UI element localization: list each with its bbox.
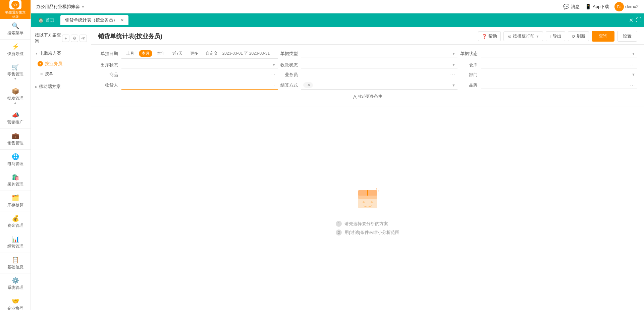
sidebar-item-enterprise-label: 企业协同 — [7, 306, 23, 310]
enterprise-icon: 🤝 — [12, 298, 19, 305]
filter-col-outbound: 出库状态 ▼ — [98, 61, 278, 68]
sidebar-item-shortcut[interactable]: ⚡ 快捷导航 — [0, 40, 31, 60]
template-print-button[interactable]: 🖨 按模板打印 ▼ — [503, 31, 543, 41]
tab-window-close-icon[interactable]: ✕ — [629, 17, 633, 23]
filter-add-btn[interactable]: ＋ — [62, 35, 69, 42]
date-tab-7days[interactable]: 近7天 — [170, 50, 185, 57]
doc-type-label: 单据类型 — [278, 51, 301, 57]
help-button[interactable]: ❓ 帮助 — [478, 31, 501, 41]
sidebar-item-enterprise[interactable]: 🤝 企业协同 — [0, 294, 31, 310]
outbound-control[interactable]: ▼ — [121, 61, 278, 68]
company-dropdown[interactable]: 办公用品行业模拟账套 ▼ — [36, 4, 85, 10]
receiver-input[interactable] — [123, 83, 271, 88]
topbar-right: 💬 消息 📱 App下载 Ea demo2 — [563, 2, 639, 11]
date-tab-this-month[interactable]: 本月 — [139, 50, 152, 57]
tip-1-num: 1 — [336, 221, 342, 227]
sidebar-item-operations[interactable]: 📊 经营管理 — [0, 232, 31, 253]
home-icon: 🏠 — [38, 18, 44, 23]
date-tab-this-year[interactable]: 本年 — [154, 50, 168, 57]
logo-icon — [9, 0, 21, 9]
filter-col-date: 单据日期 上月 本月 本年 近7天 更多 自定义 2023-03-01 至 20… — [98, 49, 278, 59]
settings-button[interactable]: 设置 — [617, 31, 637, 42]
refresh-button[interactable]: ↺ 刷新 — [568, 31, 589, 41]
export-icon: ↑ — [549, 34, 552, 39]
tab-maximize-icon[interactable]: ⛶ — [636, 17, 641, 23]
ecommerce-icon: 🌐 — [12, 153, 19, 160]
message-button[interactable]: 💬 消息 — [563, 4, 580, 10]
date-tab-more[interactable]: 更多 — [187, 50, 201, 57]
salesperson-control[interactable]: ··· — [301, 71, 458, 78]
receiver-control[interactable]: ··· — [121, 81, 278, 90]
collapse-filter-button[interactable]: ⋀ 收起更多条件 — [98, 91, 637, 102]
sidebar-item-wholesale[interactable]: 📦 批发管理 ▲ — [0, 84, 31, 108]
user-menu[interactable]: Ea demo2 — [614, 2, 639, 11]
payment-method-label: 结算方式 — [278, 82, 301, 88]
query-button[interactable]: 查询 — [592, 31, 614, 42]
sidebar-item-ecommerce[interactable]: 🌐 电商管理 — [0, 150, 31, 170]
doc-status-label: 单据状态 — [458, 51, 481, 57]
date-tabs: 上月 本月 本年 近7天 更多 自定义 — [123, 50, 220, 57]
shortcut-icon: ⚡ — [12, 43, 19, 50]
sidebar-item-inventory[interactable]: 🗂️ 库存核算 — [0, 191, 31, 212]
sidebar-item-finance[interactable]: 💰 资金管理 — [0, 211, 31, 232]
tab-sales-stat[interactable]: 销货单统计表（按业务员） ✕ — [60, 15, 128, 25]
payment-method-control[interactable]: ✕ ▼ — [301, 81, 458, 90]
svg-point-1 — [14, 4, 16, 6]
wholesale-arrow: ▲ — [14, 101, 17, 104]
date-tab-custom[interactable]: 自定义 — [203, 50, 220, 57]
filter-section-mobile-header[interactable]: ▶ 移动端方案 — [31, 82, 91, 92]
tip-1-text: 请先选择要分析的方案 — [344, 221, 388, 227]
company-dropdown-arrow: ▼ — [81, 5, 85, 9]
sidebar-item-retail[interactable]: 🛒 零售管理 ▼ — [0, 60, 31, 84]
receipt-control[interactable]: ▼ — [301, 61, 458, 68]
date-control: 上月 本月 本年 近7天 更多 自定义 2023-03-01 至 2023-03… — [121, 49, 278, 59]
receiver-dots: ··· — [271, 83, 276, 87]
department-control[interactable]: ▼ — [481, 71, 637, 78]
date-tab-last-month[interactable]: 上月 — [123, 50, 137, 57]
payment-method-tag: ✕ — [303, 82, 313, 88]
company-name: 办公用品行业模拟账套 — [36, 4, 80, 10]
filter-col-doc-type: 单据类型 ▼ — [278, 49, 458, 59]
app-download-button[interactable]: 📱 App下载 — [585, 4, 609, 10]
purchase-icon: 🛍️ — [12, 173, 19, 181]
sidebar-item-marketing[interactable]: 📣 营销推广 — [0, 108, 31, 129]
sidebar-item-sales[interactable]: 💼 销售管理 — [0, 129, 31, 150]
filter-panel-header: 按以下方案查询 ＋ ⚙ ≪ — [31, 30, 91, 47]
brand-control[interactable]: ··· — [481, 82, 637, 89]
filter-panel-icons: ＋ ⚙ ≪ — [62, 35, 87, 42]
export-button[interactable]: ↑ 导出 — [546, 31, 566, 41]
sidebar-item-basics-label: 基础信息 — [7, 265, 23, 270]
sidebar-item-system[interactable]: ⚙️ 系统管理 — [0, 273, 31, 294]
sidebar-item-marketing-label: 营销推广 — [7, 120, 23, 125]
filter-section-pc-header[interactable]: ▼ 电脑端方案 — [31, 48, 91, 58]
doc-status-control[interactable]: ▼ — [481, 50, 637, 57]
sidebar-item-search[interactable]: 🔍 搜索菜单 — [0, 19, 31, 40]
tag-remove-btn[interactable]: ✕ — [307, 83, 310, 87]
sidebar-item-wholesale-label: 批发管理 — [7, 96, 23, 101]
filter-collapse-btn[interactable]: ≪ — [79, 35, 87, 42]
warehouse-control[interactable]: ··· — [481, 61, 637, 68]
sidebar-item-system-label: 系统管理 — [7, 285, 23, 291]
tab-home[interactable]: 🏠 首页 — [34, 15, 59, 25]
outbound-arrow: ▼ — [272, 63, 276, 67]
filter-section-pc-arrow: ▼ — [35, 52, 38, 55]
filter-settings-btn[interactable]: ⚙ — [71, 35, 78, 42]
page-header: 销货单统计表(按业务员) ❓ 帮助 🖨 按模板打印 ▼ ↑ 导出 — [91, 27, 644, 45]
sidebar-item-basics[interactable]: 📋 基础信息 — [0, 253, 31, 274]
sidebar-item-retail-label: 零售管理 — [7, 72, 23, 77]
filter-row-1: 单据日期 上月 本月 本年 近7天 更多 自定义 2023-03-01 至 20… — [98, 49, 637, 59]
department-arrow: ▼ — [632, 72, 635, 76]
filter-section-mobile: ▶ 移动端方案 — [31, 80, 91, 93]
tab-close-icon[interactable]: ✕ — [121, 18, 124, 22]
doc-type-control[interactable]: ▼ — [301, 50, 458, 57]
product-control[interactable]: ··· — [121, 71, 278, 78]
sidebar-item-shortcut-label: 快捷导航 — [7, 51, 23, 57]
sidebar-item-purchase-label: 采购管理 — [7, 182, 23, 187]
filter-item-by-order[interactable]: ≡ 按单 — [31, 69, 91, 79]
message-icon: 💬 — [563, 4, 570, 10]
filter-item-by-salesperson[interactable]: ● 按业务员 — [31, 58, 91, 69]
sidebar-item-purchase[interactable]: 🛍️ 采购管理 — [0, 170, 31, 191]
filter-col-receipt: 收款状态 ▼ — [278, 61, 458, 68]
tabbar: 🏠 首页 销货单统计表（按业务员） ✕ ✕ ⛶ — [31, 13, 644, 27]
receipt-arrow: ▼ — [452, 63, 455, 67]
